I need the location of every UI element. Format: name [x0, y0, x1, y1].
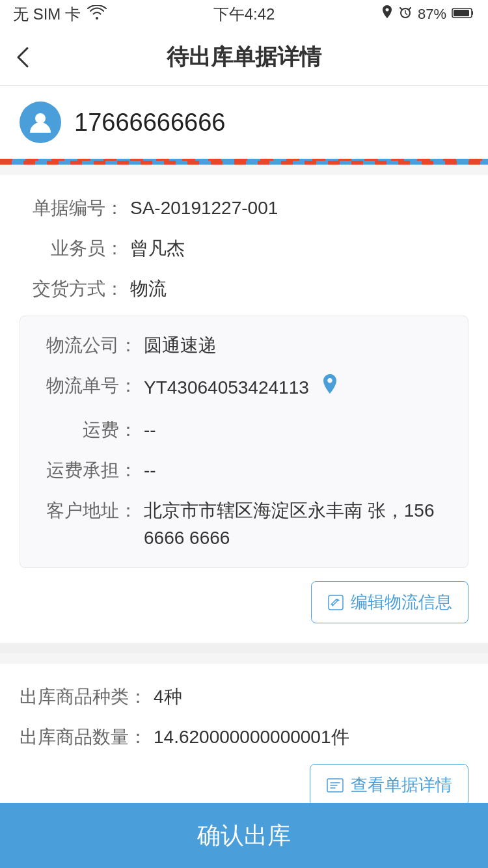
status-bar: 无 SIM 卡 下午4:42 87% [0, 0, 488, 29]
goods-type-row: 出库商品种类： 4种 [20, 683, 468, 711]
svg-point-3 [35, 113, 46, 124]
goods-section: 出库商品种类： 4种 出库商品数量： 14.620000000000001件 查… [0, 664, 488, 826]
battery-label: 87% [418, 6, 446, 23]
status-left: 无 SIM 卡 [13, 4, 107, 25]
tracking-row: 物流单号： YT43064053424113 [33, 372, 455, 403]
section-divider [0, 643, 488, 653]
dashed-divider [0, 161, 488, 165]
view-details-label: 查看单据详情 [351, 774, 452, 796]
goods-quantity-value: 14.620000000000001件 [154, 724, 468, 751]
address-value: 北京市市辖区海淀区永丰南 张，156 6666 6666 [144, 497, 455, 552]
freight-value: -- [144, 416, 455, 444]
delivery-row: 交货方式： 物流 [20, 275, 468, 303]
delivery-label: 交货方式： [20, 275, 124, 303]
order-no-row: 单据编号： SA-20191227-001 [20, 195, 468, 222]
freight-row: 运费： -- [33, 416, 455, 444]
logistics-company-label: 物流公司： [33, 332, 137, 359]
view-btn-row: 查看单据详情 [20, 764, 468, 806]
salesman-label: 业务员： [20, 235, 124, 262]
page-title: 待出库单据详情 [167, 42, 321, 72]
address-row: 客户地址： 北京市市辖区海淀区永丰南 张，156 6666 6666 [33, 497, 455, 552]
tracking-value: YT43064053424113 [144, 372, 455, 403]
goods-type-label: 出库商品种类： [20, 683, 147, 711]
nav-bar: 待出库单据详情 [0, 29, 488, 86]
svg-rect-2 [454, 10, 469, 16]
time-label: 下午4:42 [213, 4, 275, 25]
confirm-button[interactable]: 确认出库 [0, 803, 488, 868]
alarm-icon [398, 5, 413, 23]
customer-header: 17666666666 [0, 86, 488, 161]
delivery-value: 物流 [130, 275, 468, 303]
location-status-icon [381, 5, 393, 23]
freight-bearer-label: 运费承担： [33, 457, 137, 484]
goods-quantity-label: 出库商品数量： [20, 724, 147, 751]
confirm-button-label: 确认出库 [197, 820, 291, 852]
back-button[interactable] [16, 46, 30, 69]
order-no-value: SA-20191227-001 [130, 195, 468, 222]
address-label: 客户地址： [33, 497, 137, 524]
freight-label: 运费： [33, 416, 137, 444]
logistics-company-value: 圆通速递 [144, 332, 455, 359]
carrier-label: 无 SIM 卡 [13, 4, 81, 25]
order-info-section: 单据编号： SA-20191227-001 业务员： 曾凡杰 交货方式： 物流 … [0, 175, 488, 643]
status-right: 87% [381, 5, 475, 23]
goods-type-value: 4种 [154, 683, 468, 711]
edit-logistics-button[interactable]: 编辑物流信息 [311, 581, 468, 623]
wifi-icon [87, 5, 107, 23]
customer-phone: 17666666666 [74, 109, 225, 137]
view-details-button[interactable]: 查看单据详情 [310, 764, 468, 806]
goods-quantity-row: 出库商品数量： 14.620000000000001件 [20, 724, 468, 751]
logistics-company-row: 物流公司： 圆通速递 [33, 332, 455, 359]
edit-logistics-label: 编辑物流信息 [351, 591, 452, 614]
logistics-section: 物流公司： 圆通速递 物流单号： YT43064053424113 运费： --… [20, 316, 468, 568]
tracking-label: 物流单号： [33, 372, 137, 400]
salesman-value: 曾凡杰 [130, 235, 468, 262]
freight-bearer-value: -- [144, 457, 455, 484]
edit-btn-row: 编辑物流信息 [20, 581, 468, 623]
location-icon[interactable] [318, 372, 342, 403]
order-no-label: 单据编号： [20, 195, 124, 222]
battery-icon [452, 6, 475, 23]
freight-bearer-row: 运费承担： -- [33, 457, 455, 484]
salesman-row: 业务员： 曾凡杰 [20, 235, 468, 262]
avatar [20, 102, 61, 143]
